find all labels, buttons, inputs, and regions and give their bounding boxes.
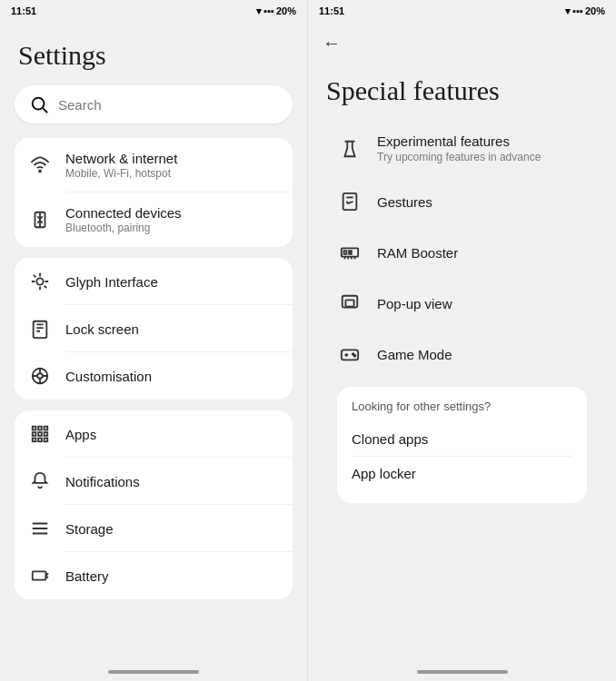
popup-icon <box>337 291 363 316</box>
ram-item[interactable]: RAM Booster <box>323 227 601 278</box>
experimental-subtitle: Try upcoming features in advance <box>377 151 587 163</box>
experimental-item[interactable]: Experimental features Try upcoming featu… <box>323 121 601 176</box>
home-bar-right <box>417 670 508 674</box>
status-icons-right: ▾ ▪▪▪ 20% <box>565 5 605 17</box>
signal-icon: ▪▪▪ <box>263 5 274 16</box>
connected-title: Connected devices <box>65 205 182 221</box>
battery-left: 20% <box>276 5 296 16</box>
battery-item[interactable]: Battery <box>15 552 293 599</box>
svg-rect-29 <box>33 432 36 436</box>
app-locker-item[interactable]: App locker <box>352 457 572 490</box>
svg-line-12 <box>34 275 36 278</box>
glyph-icon <box>29 271 51 292</box>
ram-text: RAM Booster <box>377 245 587 261</box>
svg-rect-33 <box>38 439 42 442</box>
ram-title: RAM Booster <box>377 245 587 261</box>
apps-card: Apps Notifications Storage <box>15 410 293 599</box>
storage-title: Storage <box>65 521 114 537</box>
svg-rect-38 <box>33 571 46 579</box>
svg-rect-27 <box>38 427 42 430</box>
gestures-text: Gestures <box>377 194 587 210</box>
right-panel-content: Special features Experimental features T… <box>308 57 616 663</box>
home-indicator-left <box>0 663 307 681</box>
home-indicator-right <box>308 663 616 681</box>
experimental-title: Experimental features <box>377 133 587 149</box>
wifi-icon-right: ▾ <box>565 5 571 17</box>
notifications-item[interactable]: Notifications <box>15 458 293 505</box>
customisation-text: Customisation <box>65 369 152 384</box>
search-input[interactable] <box>58 97 278 113</box>
lockscreen-title: Lock screen <box>65 321 139 337</box>
popup-title: Pop-up view <box>377 296 587 311</box>
svg-line-13 <box>45 286 47 289</box>
gestures-title: Gestures <box>377 194 587 210</box>
game-item[interactable]: Game Mode <box>323 329 601 380</box>
connected-subtitle: Bluetooth, pairing <box>65 222 182 234</box>
customisation-title: Customisation <box>65 369 152 384</box>
special-features-title: Special features <box>326 75 601 106</box>
popup-item[interactable]: Pop-up view <box>323 278 601 329</box>
svg-rect-32 <box>33 439 36 442</box>
notifications-icon <box>29 470 51 492</box>
apps-item[interactable]: Apps <box>15 410 293 458</box>
search-icon <box>29 94 49 114</box>
svg-line-1 <box>43 108 47 113</box>
battery-title: Battery <box>65 568 109 584</box>
home-bar-left <box>108 670 199 674</box>
connected-item[interactable]: Connected devices Bluetooth, pairing <box>15 192 293 247</box>
svg-rect-54 <box>345 300 353 306</box>
game-icon <box>337 341 363 367</box>
lockscreen-icon <box>29 318 51 340</box>
svg-rect-52 <box>349 251 352 254</box>
svg-rect-31 <box>45 432 48 436</box>
glyph-card: Glyph Interface Lock screen Customisatio… <box>15 258 293 400</box>
storage-item[interactable]: Storage <box>15 505 293 552</box>
storage-text: Storage <box>65 521 114 537</box>
ram-icon <box>337 240 363 265</box>
lockscreen-text: Lock screen <box>65 321 139 337</box>
experimental-icon <box>337 136 363 162</box>
apps-title: Apps <box>65 427 96 442</box>
signal-icon-right: ▪▪▪ <box>572 5 583 16</box>
battery-icon <box>29 565 51 587</box>
search-bar[interactable] <box>15 85 293 123</box>
experimental-text: Experimental features Try upcoming featu… <box>377 133 587 163</box>
svg-point-0 <box>33 98 45 110</box>
svg-point-59 <box>354 355 356 357</box>
battery-text: Battery <box>65 568 109 584</box>
left-panel-content: Settings Network & internet Mobile, Wi-F… <box>0 22 307 663</box>
other-settings-label: Looking for other settings? <box>352 400 572 413</box>
status-bar-left: 11:51 ▾ ▪▪▪ 20% <box>0 0 307 22</box>
customisation-item[interactable]: Customisation <box>15 352 293 400</box>
connected-text: Connected devices Bluetooth, pairing <box>65 205 182 234</box>
svg-point-2 <box>39 171 41 173</box>
cloned-apps-item[interactable]: Cloned apps <box>352 422 572 457</box>
apps-icon <box>29 423 51 445</box>
back-button[interactable]: ← <box>308 22 616 57</box>
status-icons-left: ▾ ▪▪▪ 20% <box>256 5 296 17</box>
lockscreen-item[interactable]: Lock screen <box>15 305 293 352</box>
time-right: 11:51 <box>319 5 344 16</box>
network-title: Network & internet <box>65 151 177 166</box>
notifications-title: Notifications <box>65 474 140 489</box>
status-bar-right: 11:51 ▾ ▪▪▪ 20% <box>308 0 616 22</box>
svg-rect-53 <box>343 296 358 308</box>
svg-rect-51 <box>344 251 347 254</box>
svg-rect-30 <box>38 432 42 436</box>
battery-right: 20% <box>585 5 605 16</box>
wifi-settings-icon <box>29 154 51 176</box>
network-card: Network & internet Mobile, Wi-Fi, hotspo… <box>15 138 293 247</box>
gestures-item[interactable]: Gestures <box>323 176 601 227</box>
other-settings-card: Looking for other settings? Cloned apps … <box>337 387 587 503</box>
svg-rect-44 <box>343 193 357 210</box>
network-item[interactable]: Network & internet Mobile, Wi-Fi, hotspo… <box>15 138 293 192</box>
storage-icon <box>29 518 51 539</box>
svg-rect-28 <box>45 427 48 430</box>
apps-text: Apps <box>65 427 96 442</box>
right-panel: 11:51 ▾ ▪▪▪ 20% ← Special features Exper… <box>308 0 616 681</box>
notifications-text: Notifications <box>65 474 140 489</box>
customisation-icon <box>29 365 51 387</box>
glyph-text: Glyph Interface <box>65 274 158 290</box>
glyph-item[interactable]: Glyph Interface <box>15 258 293 305</box>
svg-point-21 <box>37 373 43 379</box>
